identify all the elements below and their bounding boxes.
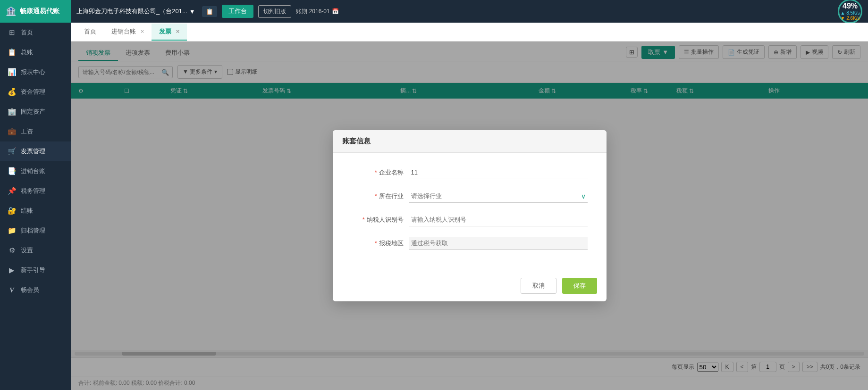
chevron-down-icon: ∨ (581, 192, 586, 200)
modal-header: 账套信息 (333, 130, 607, 153)
speed-down: ▼ 2.6K/s (840, 16, 860, 21)
tab-home[interactable]: 首页 (76, 24, 104, 41)
sidebar-item-settings[interactable]: ⚙ 设置 (0, 241, 71, 260)
reports-icon: 📊 (8, 68, 16, 76)
tabs-bar: 首页 进销台账 × 发票 × (71, 23, 868, 41)
tab-invoice-close[interactable]: × (176, 28, 180, 35)
tax-mgmt-icon: 📌 (8, 187, 16, 195)
salary-icon: 💼 (8, 127, 16, 136)
member-icon: V (8, 286, 16, 294)
purchase-sales-icon: 📑 (8, 167, 16, 175)
period-value: 2016-01 (309, 8, 330, 15)
funds-icon: 💰 (8, 88, 16, 96)
sidebar-item-label: 畅会员 (21, 286, 39, 294)
sidebar-item-tax-mgmt[interactable]: 📌 税务管理 (0, 181, 71, 201)
industry-select-wrap[interactable]: ∨ (409, 190, 588, 203)
tax-id-input[interactable] (409, 213, 588, 226)
sidebar-item-label: 首页 (21, 28, 33, 37)
sidebar-item-label: 设置 (21, 246, 33, 255)
tax-region-input (409, 237, 588, 250)
archive-icon: 📁 (8, 226, 16, 235)
sidebar-item-purchase-sales[interactable]: 📑 进销台账 (0, 161, 71, 181)
sidebar-item-ledger[interactable]: 📋 总账 (0, 42, 71, 62)
sidebar-item-salary[interactable]: 💼 工资 (0, 122, 71, 141)
company-selector[interactable]: 上海卯金刀电子科技有限公司_（台201... ▼ (76, 7, 195, 16)
speed-indicator: 49% ▲ 8.5K/s ▼ 2.6K/s (838, 0, 862, 24)
form-row-tax-region: 报税地区 (352, 237, 588, 250)
content-area: 销项发票 进项发票 费用小票 ⊞ 取票 ▼ (71, 41, 868, 390)
invoice-mgmt-icon: 🛒 (8, 147, 16, 156)
company-name: 上海卯金刀电子科技有限公司_（台201... (76, 7, 187, 16)
period-label: 账期 (296, 8, 307, 16)
tab-purchase-sales-close[interactable]: × (141, 28, 144, 35)
copy-button[interactable]: 📋 (202, 6, 217, 17)
sidebar-item-label: 新手引导 (21, 266, 45, 274)
speed-percent: 49% (843, 2, 858, 10)
sidebar-item-label: 固定资产 (21, 108, 45, 116)
sidebar-item-label: 结账 (21, 207, 33, 215)
main-area: 上海卯金刀电子科技有限公司_（台201... ▼ 📋 工作台 切到旧版 账期 2… (71, 0, 868, 390)
logo-text: 畅康通易代账 (20, 7, 59, 16)
sidebar-item-label: 总账 (21, 48, 33, 57)
switch-old-version-button[interactable]: 切到旧版 (258, 5, 291, 18)
form-row-tax-id: 纳税人识别号 (352, 213, 588, 226)
sidebar-item-label: 税务管理 (21, 187, 45, 195)
sidebar-item-home[interactable]: ⊞ 首页 (0, 23, 71, 42)
calendar-icon[interactable]: 📅 (332, 8, 339, 15)
modal-footer: 取消 保存 (333, 270, 607, 301)
company-dropdown-icon: ▼ (189, 8, 195, 15)
sidebar-item-label: 进销台账 (21, 167, 45, 175)
company-name-input[interactable] (409, 166, 588, 179)
sidebar-item-settlement[interactable]: 🔐 结账 (0, 201, 71, 221)
sidebar-item-funds[interactable]: 💰 资金管理 (0, 82, 71, 102)
logo-icon: 🏦 (6, 6, 16, 17)
modal-title: 账套信息 (342, 137, 371, 145)
topbar-icons: 📋 (202, 6, 217, 17)
save-button[interactable]: 保存 (562, 278, 597, 294)
tax-region-label: 报税地区 (352, 239, 404, 248)
tab-purchase-sales[interactable]: 进销台账 × (104, 24, 152, 41)
modal-overlay: 账套信息 企业名称 所在行业 ∨ (71, 41, 868, 390)
sidebar-item-label: 归档管理 (21, 226, 45, 235)
sidebar-logo: 🏦 畅康通易代账 (0, 0, 71, 23)
sidebar-item-reports[interactable]: 📊 报表中心 (0, 62, 71, 82)
sidebar-item-label: 资金管理 (21, 88, 45, 96)
sidebar-item-fixed-assets[interactable]: 🏢 固定资产 (0, 102, 71, 122)
topbar-right: 49% ▲ 8.5K/s ▼ 2.6K/s (838, 0, 862, 24)
modal-body: 企业名称 所在行业 ∨ 纳税人识 (333, 153, 607, 270)
tax-id-label: 纳税人识别号 (352, 216, 404, 224)
period-display: 账期 2016-01 📅 (296, 8, 339, 16)
industry-input[interactable] (409, 190, 588, 202)
industry-label: 所在行业 (352, 192, 404, 200)
topbar: 上海卯金刀电子科技有限公司_（台201... ▼ 📋 工作台 切到旧版 账期 2… (71, 0, 868, 23)
sidebar-item-label: 工资 (21, 127, 33, 136)
tab-invoice[interactable]: 发票 × (152, 24, 187, 41)
fixed-assets-icon: 🏢 (8, 108, 16, 116)
sidebar-item-archive[interactable]: 📁 归档管理 (0, 221, 71, 241)
speed-up: ▲ 8.5K/s (840, 10, 860, 16)
form-row-company-name: 企业名称 (352, 166, 588, 179)
sidebar-item-label: 发票管理 (21, 147, 45, 156)
home-icon: ⊞ (8, 28, 16, 37)
sidebar-item-guide[interactable]: ▶ 新手引导 (0, 260, 71, 280)
guide-icon: ▶ (8, 266, 16, 274)
sidebar-item-member[interactable]: V 畅会员 (0, 280, 71, 300)
cancel-button[interactable]: 取消 (521, 278, 556, 294)
settlement-icon: 🔐 (8, 207, 16, 215)
settings-icon: ⚙ (8, 246, 16, 255)
company-name-label: 企业名称 (352, 168, 404, 177)
sidebar-item-label: 报表中心 (21, 68, 45, 76)
sidebar: 🏦 畅康通易代账 ⊞ 首页 📋 总账 📊 报表中心 💰 资金管理 🏢 固定资产 … (0, 0, 71, 390)
account-info-modal: 账套信息 企业名称 所在行业 ∨ (333, 130, 607, 301)
sidebar-item-invoice-mgmt[interactable]: 🛒 发票管理 (0, 141, 71, 161)
form-row-industry: 所在行业 ∨ (352, 190, 588, 203)
workbench-button[interactable]: 工作台 (222, 5, 253, 18)
ledger-icon: 📋 (8, 48, 16, 57)
